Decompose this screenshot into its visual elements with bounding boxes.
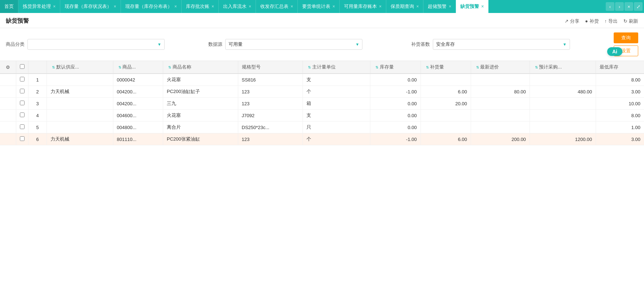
tab-home[interactable]: 首页 xyxy=(0,0,18,13)
replenish-basis-chevron-icon: ▼ xyxy=(563,42,567,47)
replenish-basis-select[interactable]: 安全库存 ▼ xyxy=(433,39,570,50)
row-code-cell: 801110... xyxy=(113,133,163,145)
row-checkbox-cell[interactable] xyxy=(16,122,28,133)
th-product-name[interactable]: ⇅ 商品名称 xyxy=(163,61,238,74)
row-checkbox[interactable] xyxy=(20,89,25,93)
tab-close-available-ledger[interactable]: × xyxy=(379,4,382,9)
replenish-button[interactable]: ● 补货 xyxy=(585,18,599,25)
row-checkbox[interactable] xyxy=(20,136,25,141)
row-estimated-purchase-cell xyxy=(530,110,596,122)
replenish-basis-value: 安全库存 xyxy=(436,41,455,48)
row-latest-price-cell xyxy=(471,110,530,122)
table-row[interactable]: 4004600...火花塞J7092支0.008.00 xyxy=(0,110,644,122)
tab-window-close-button[interactable]: × xyxy=(625,2,633,11)
tab-close-overstock[interactable]: × xyxy=(449,4,451,9)
row-checkbox[interactable] xyxy=(20,101,25,105)
th-gear[interactable]: ⚙ xyxy=(0,61,16,74)
tab-overstock[interactable]: 超储预警 × xyxy=(423,0,456,13)
table-row[interactable]: 3004200...三九123箱0.0020.0010.00 xyxy=(0,98,644,110)
tab-abnormal[interactable]: 拣货异常处理 × xyxy=(18,0,60,13)
row-gear-cell xyxy=(0,86,16,98)
tab-order-stats[interactable]: 要货单统计表 × xyxy=(298,0,340,13)
tab-close-inout-flow[interactable]: × xyxy=(249,4,251,9)
data-table: ⚙ ⇅ 默认供应... ⇅ 商品... ⇅ xyxy=(0,61,644,145)
tab-available-ledger[interactable]: 可用量库存账本 × xyxy=(340,0,386,13)
row-num-cell: 5 xyxy=(28,122,47,133)
sort-icon: ⇅ xyxy=(426,65,429,69)
row-checkbox-cell[interactable] xyxy=(16,86,28,98)
tab-close-stock-dist[interactable]: × xyxy=(174,4,177,9)
share-button[interactable]: ↗ 分享 xyxy=(565,18,579,25)
tab-close-expiry-query[interactable]: × xyxy=(416,4,419,9)
row-code-cell: 004600... xyxy=(113,110,163,122)
tab-close-batch-account[interactable]: × xyxy=(212,4,214,9)
row-unit-cell: 个 xyxy=(303,133,370,145)
datasource-label: 数据源 xyxy=(208,41,222,48)
tab-stock-dist[interactable]: 现存量（库存分布表） × xyxy=(121,0,182,13)
table-row[interactable]: 6力天机械801110...PC200张紧油缸123个-1.006.00200.… xyxy=(0,133,644,145)
refresh-button[interactable]: ↻ 刷新 xyxy=(623,18,638,25)
row-checkbox[interactable] xyxy=(20,124,25,129)
tab-expiry-query[interactable]: 保质期查询 × xyxy=(386,0,423,13)
tab-close-abnormal[interactable]: × xyxy=(53,4,56,9)
row-latest-price-cell xyxy=(471,122,530,133)
tab-expand-button[interactable]: ⤢ xyxy=(634,2,643,11)
tab-close-receive-summary[interactable]: × xyxy=(291,4,293,9)
tab-close-order-stats[interactable]: × xyxy=(332,4,335,9)
select-all-checkbox[interactable] xyxy=(20,64,25,69)
query-button[interactable]: 查询 xyxy=(614,32,638,43)
table-header-row: ⚙ ⇅ 默认供应... ⇅ 商品... ⇅ xyxy=(0,61,644,74)
th-min-stock[interactable]: 最低库存 xyxy=(596,61,644,74)
datasource-select[interactable]: 可用量 ▼ xyxy=(225,39,362,50)
sort-icon: ⇅ xyxy=(308,65,311,69)
row-latest-price-cell: 200.00 xyxy=(471,133,530,145)
row-checkbox[interactable] xyxy=(20,112,25,117)
replenish-basis-label: 补货基数 xyxy=(411,41,430,48)
row-num-cell: 3 xyxy=(28,98,47,110)
table-row[interactable]: 5004800...离合片DS250*23c...只0.001.00 xyxy=(0,122,644,133)
th-spec[interactable]: 规格型号 xyxy=(238,61,303,74)
row-estimated-purchase-cell xyxy=(530,98,596,110)
table-row[interactable]: 10000042火花塞SS816支0.008.00 xyxy=(0,74,644,86)
export-button[interactable]: ↑ 导出 xyxy=(605,18,618,25)
page-header: 缺货预警 ↗ 分享 ● 补货 ↑ 导出 ↻ 刷新 xyxy=(0,13,644,28)
tab-inout-flow[interactable]: 出入库流水 × xyxy=(219,0,256,13)
row-min-stock-cell: 3.00 xyxy=(596,86,644,98)
tab-batch-account[interactable]: 库存批次账 × xyxy=(182,0,219,13)
row-replenish-qty-cell xyxy=(421,110,471,122)
th-product-code[interactable]: ⇅ 商品... xyxy=(113,61,163,74)
th-stock[interactable]: ⇅ 库存量 xyxy=(370,61,421,74)
row-checkbox-cell[interactable] xyxy=(16,110,28,122)
row-spec-cell: 123 xyxy=(238,86,303,98)
row-code-cell: 004200... xyxy=(113,98,163,110)
tab-stock-status[interactable]: 现存量（库存状况表） × xyxy=(60,0,121,13)
th-checkbox[interactable] xyxy=(16,61,28,74)
tab-shortage[interactable]: 缺货预警 × xyxy=(456,0,488,13)
row-supplier-cell xyxy=(47,110,113,122)
row-checkbox-cell[interactable] xyxy=(16,133,28,145)
th-estimated-purchase[interactable]: ⇅ 预计采购... xyxy=(530,61,596,74)
refresh-icon: ↻ xyxy=(623,18,627,24)
datasource-value: 可用量 xyxy=(229,41,243,48)
tab-close-stock-status[interactable]: × xyxy=(114,4,116,9)
tab-next-button[interactable]: › xyxy=(615,2,624,11)
category-select[interactable]: ▼ xyxy=(27,39,165,50)
tab-receive-summary[interactable]: 收发存汇总表 × xyxy=(256,0,298,13)
row-replenish-qty-cell: 20.00 xyxy=(421,98,471,110)
sort-icon: ⇅ xyxy=(476,65,479,69)
tab-close-shortage[interactable]: × xyxy=(481,4,484,9)
ai-badge-button[interactable]: Ai xyxy=(607,47,622,56)
row-checkbox-cell[interactable] xyxy=(16,74,28,86)
th-latest-price[interactable]: ⇅ 最新进价 xyxy=(471,61,530,74)
row-checkbox[interactable] xyxy=(20,77,25,81)
th-default-supplier[interactable]: ⇅ 默认供应... xyxy=(47,61,113,74)
table-row[interactable]: 2力天机械004200...PC200油缸缸子123个-1.006.0080.0… xyxy=(0,86,644,98)
tab-prev-button[interactable]: ‹ xyxy=(606,2,614,11)
row-checkbox-cell[interactable] xyxy=(16,98,28,110)
sort-icon: ⇅ xyxy=(52,65,55,69)
row-stock-cell: 0.00 xyxy=(370,110,421,122)
row-num-cell: 1 xyxy=(28,74,47,86)
datasource-filter-group: 数据源 可用量 ▼ xyxy=(208,39,405,50)
th-unit[interactable]: ⇅ 主计量单位 xyxy=(303,61,370,74)
th-replenish-qty[interactable]: ⇅ 补货量 xyxy=(421,61,471,74)
